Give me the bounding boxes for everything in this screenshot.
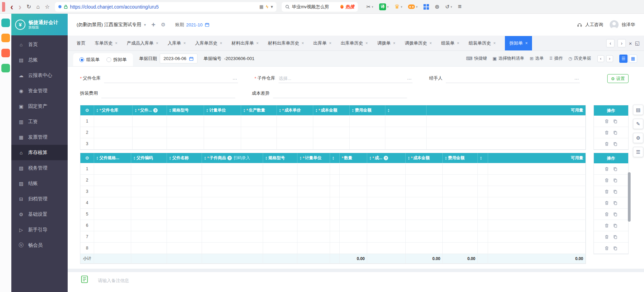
- tab-close-icon[interactable]: ×: [156, 41, 158, 46]
- browser-search-box[interactable]: 毕业mv视频怎么剪 热搜: [282, 2, 358, 12]
- column-header-计量单位[interactable]: 计量单位: [204, 105, 241, 115]
- table-cell[interactable]: [94, 175, 131, 186]
- table-cell[interactable]: [204, 127, 241, 138]
- add-account-set-button[interactable]: +: [151, 21, 156, 29]
- table-cell[interactable]: [406, 175, 443, 186]
- field-input-拆装费用[interactable]: [101, 89, 235, 98]
- table-cell[interactable]: [367, 197, 406, 208]
- column-header-blank[interactable]: [385, 105, 427, 115]
- table-cell[interactable]: [340, 209, 367, 220]
- table-cell[interactable]: [297, 163, 330, 174]
- table-cell[interactable]: [443, 231, 478, 242]
- delete-row-icon[interactable]: [605, 246, 609, 250]
- table-cell[interactable]: [131, 220, 167, 231]
- table-cell[interactable]: [202, 163, 263, 174]
- copy-row-icon[interactable]: [613, 189, 618, 194]
- browser-menu-button[interactable]: ≡: [458, 3, 462, 10]
- table-cell[interactable]: [94, 209, 131, 220]
- table-cell[interactable]: [297, 209, 330, 220]
- field-input-经手人[interactable]: ⋯: [446, 74, 580, 83]
- select-bom-action[interactable]: ▣选择物料清单: [493, 56, 524, 61]
- table-cell[interactable]: [297, 186, 330, 197]
- tab-出库单[interactable]: 出库单×: [313, 36, 331, 50]
- delete-row-icon[interactable]: [605, 235, 609, 239]
- table-cell[interactable]: [367, 175, 406, 186]
- table-cell[interactable]: [340, 231, 367, 242]
- table-cell[interactable]: [406, 186, 443, 197]
- tab-入库单[interactable]: 入库单×: [168, 36, 186, 50]
- table-cell[interactable]: [367, 220, 406, 231]
- sort-icon[interactable]: [204, 156, 206, 160]
- tab-车单历史[interactable]: 车单历史×: [95, 36, 117, 50]
- column-header-父件规格...[interactable]: 父件规格...: [94, 153, 131, 163]
- fullscreen-icon[interactable]: ◱: [635, 40, 640, 46]
- tab-调拨单[interactable]: 调拨单×: [377, 36, 395, 50]
- table-cell[interactable]: [167, 209, 202, 220]
- tabs-scroll-right-button[interactable]: ›: [618, 39, 626, 47]
- table-cell[interactable]: [94, 127, 133, 138]
- sort-icon[interactable]: [169, 108, 171, 112]
- translate-button[interactable]: 译▾: [379, 3, 389, 10]
- table-cell[interactable]: [385, 116, 427, 127]
- table-cell[interactable]: [94, 231, 131, 242]
- help-icon[interactable]: ?: [384, 156, 388, 160]
- table-cell[interactable]: [204, 116, 241, 127]
- sidebar-item-税务管理[interactable]: ▧税务管理: [11, 160, 68, 176]
- copy-row-icon[interactable]: [613, 130, 618, 135]
- games-button[interactable]: ▾: [408, 4, 418, 9]
- copy-row-icon[interactable]: [613, 142, 618, 146]
- table-cell[interactable]: [478, 197, 488, 208]
- table-cell[interactable]: [488, 163, 586, 174]
- delete-row-icon[interactable]: [605, 212, 609, 217]
- table-cell[interactable]: [202, 220, 263, 231]
- table-cell[interactable]: [488, 175, 586, 186]
- tab-出库单历史[interactable]: 出库单历史×: [341, 36, 368, 50]
- delete-row-icon[interactable]: [605, 119, 609, 124]
- remark-input[interactable]: 请输入备注信息: [98, 275, 129, 284]
- table-cell[interactable]: [277, 127, 313, 138]
- tab-close-icon[interactable]: ×: [183, 41, 186, 46]
- edge-widget-3[interactable]: [1, 49, 10, 57]
- sidebar-item-畅会员[interactable]: Ⓥ畅会员: [11, 237, 68, 253]
- table-cell[interactable]: [406, 243, 443, 254]
- history-action[interactable]: ◷历史单据: [568, 56, 591, 61]
- tab-close-icon[interactable]: ×: [429, 41, 432, 46]
- table-cell[interactable]: [478, 243, 488, 254]
- tab-材料出库单历史[interactable]: 材料出库单历史×: [268, 36, 304, 50]
- table-cell[interactable]: [167, 175, 202, 186]
- tab-首页[interactable]: 首页: [77, 36, 86, 50]
- sidebar-item-基础设置[interactable]: ⚙基础设置: [11, 207, 68, 222]
- table-cell[interactable]: [94, 243, 131, 254]
- table-cell[interactable]: [263, 175, 297, 186]
- sidebar-item-首页[interactable]: ⌂首页: [11, 37, 68, 52]
- table-cell[interactable]: [94, 220, 131, 231]
- table-cell[interactable]: [406, 231, 443, 242]
- sort-icon[interactable]: [279, 108, 281, 112]
- column-header-计量单位[interactable]: *计量单位: [297, 153, 330, 163]
- table-cell[interactable]: [202, 186, 263, 197]
- column-header-数量[interactable]: *数量: [340, 153, 367, 163]
- help-icon[interactable]: ?: [153, 108, 158, 113]
- column-header-可用量[interactable]: 可用量: [488, 153, 586, 163]
- table-cell[interactable]: [297, 231, 330, 242]
- table-cell[interactable]: [263, 220, 297, 231]
- table-cell[interactable]: [297, 243, 330, 254]
- sidebar-item-库存核算[interactable]: ⌂库存核算: [11, 145, 68, 160]
- table-cell[interactable]: [131, 175, 167, 186]
- doc-type-option-组装单[interactable]: 组装单: [79, 57, 100, 63]
- table-cell[interactable]: [478, 209, 488, 220]
- tab-close-icon[interactable]: ×: [256, 41, 259, 46]
- table-cell[interactable]: [367, 163, 406, 174]
- chevron-down-icon[interactable]: ▾: [271, 4, 273, 9]
- sort-icon[interactable]: [387, 108, 389, 112]
- tab-close-icon[interactable]: ×: [365, 41, 368, 46]
- sidebar-item-结账[interactable]: ▨结账: [11, 176, 68, 191]
- tab-close-icon[interactable]: ×: [525, 41, 528, 46]
- table-cell[interactable]: [131, 197, 167, 208]
- table-cell[interactable]: [340, 175, 367, 186]
- table-cell[interactable]: [167, 220, 202, 231]
- address-bar[interactable]: https://cloud.chanjet.com/accounting/uru…: [55, 2, 276, 12]
- table-cell[interactable]: [340, 163, 367, 174]
- table-cell[interactable]: [478, 220, 488, 231]
- table-cell[interactable]: [94, 138, 133, 149]
